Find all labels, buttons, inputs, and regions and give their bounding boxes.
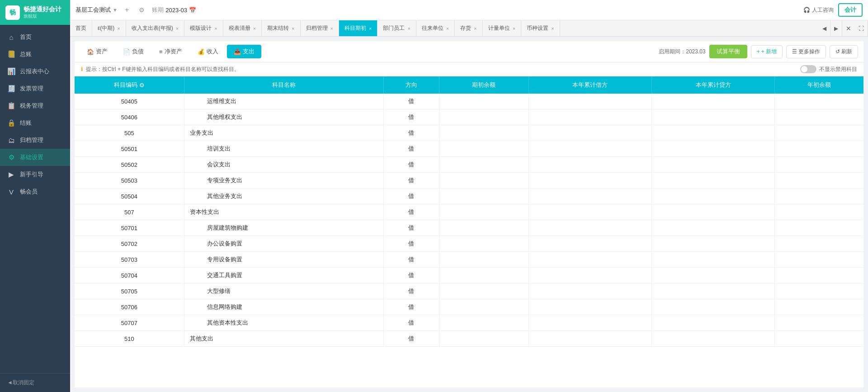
cell-ytd-credit-5 xyxy=(651,173,774,189)
tab-close-all-btn[interactable]: ✕ xyxy=(842,20,855,37)
table-row[interactable]: 50701 房屋建筑物购建 借 xyxy=(75,220,863,236)
sidebar-label-settings: 基础设置 xyxy=(20,153,43,161)
cat-label-liability: 负债 xyxy=(132,47,144,56)
tab-unit[interactable]: 计量单位× xyxy=(483,20,521,36)
sidebar-item-home[interactable]: ⌂ 首页 xyxy=(0,28,70,46)
toggle-label: 不显示禁用科目 xyxy=(819,66,857,73)
period-selector[interactable]: 账期 2023-03 📅 xyxy=(152,6,196,14)
tab-dept[interactable]: 部门员工× xyxy=(377,20,416,36)
period-label: 账期 xyxy=(152,6,164,14)
table-row[interactable]: 50706 信息网络购建 借 xyxy=(75,299,863,315)
tab-close-currency[interactable]: × xyxy=(551,26,554,31)
tab-close-unit[interactable]: × xyxy=(513,26,515,31)
table-row[interactable]: 50405 运维维支出 借 xyxy=(75,94,863,109)
col-ytd-debit: 本年累计借方 xyxy=(528,76,651,94)
toggle-switch[interactable] xyxy=(800,65,816,73)
sidebar-item-archive[interactable]: 🗂 归档管理 xyxy=(0,132,70,149)
cat-btn-asset[interactable]: 🏠 资产 xyxy=(80,45,114,58)
cell-ytd-credit-3 xyxy=(651,141,774,157)
cell-opening-8 xyxy=(439,220,529,236)
cell-opening-0 xyxy=(439,94,529,109)
cell-name-12: 大型修缮 xyxy=(184,283,383,299)
table-row[interactable]: 50501 培训支出 借 xyxy=(75,141,863,157)
table-row[interactable]: 50503 专项业务支出 借 xyxy=(75,173,863,189)
tab-close-partner[interactable]: × xyxy=(446,26,449,31)
tab-close-subject_init[interactable]: × xyxy=(369,26,372,31)
settings-gear-icon[interactable]: ⚙ xyxy=(136,5,147,14)
table-row[interactable]: 510 其他支出 借 xyxy=(75,331,863,347)
account-btn[interactable]: 会计 xyxy=(838,3,863,17)
sidebar-item-tax[interactable]: 📋 税务管理 xyxy=(0,97,70,114)
tab-close-bs[interactable]: × xyxy=(117,26,120,31)
tab-currency[interactable]: 币种设置× xyxy=(521,20,560,36)
table-row[interactable]: 505 业务支出 借 xyxy=(75,125,863,141)
table-row[interactable]: 50702 办公设备购置 借 xyxy=(75,236,863,252)
tab-taxclear[interactable]: 税表清册× xyxy=(223,20,262,36)
tab-label-income: 收入支出表(年报) xyxy=(132,24,173,32)
sidebar-item-ledger[interactable]: 📒 总账 xyxy=(0,46,70,63)
table-container: 科目编码 ⚙ 科目名称 方向 期初余额 本年累计借方 本年累计贷方 年初余额 5… xyxy=(75,76,863,387)
table-row[interactable]: 50406 其他维权支出 借 xyxy=(75,109,863,125)
sidebar-item-settings[interactable]: ⚙ 基础设置 xyxy=(0,149,70,166)
tab-close-archive[interactable]: × xyxy=(330,26,333,31)
period-value: 2023-03 xyxy=(165,7,187,14)
add-btn[interactable]: + + 新增 xyxy=(751,45,783,58)
tab-income[interactable]: 收入支出表(年报)× xyxy=(126,20,184,36)
sidebar-item-guide[interactable]: ▶ 新手引导 xyxy=(0,166,70,183)
tab-close-taxclear[interactable]: × xyxy=(253,26,256,31)
tab-next-btn[interactable]: ▶ xyxy=(830,20,842,37)
settings-icon: ⚙ xyxy=(7,153,15,161)
more-btn[interactable]: ☰ 更多操作 xyxy=(786,45,826,58)
tab-close-dept[interactable]: × xyxy=(407,26,410,31)
cell-code-3: 50501 xyxy=(75,141,184,157)
table-row[interactable]: 507 资本性支出 借 xyxy=(75,204,863,220)
cell-opening-1 xyxy=(439,109,529,125)
table-row[interactable]: 50707 其他资本性支出 借 xyxy=(75,315,863,331)
cell-opening-14 xyxy=(439,315,529,331)
tab-bs[interactable]: ε(中期)× xyxy=(92,20,126,36)
tab-period_end[interactable]: 期末结转× xyxy=(262,20,300,36)
tab-close-inventory[interactable]: × xyxy=(474,26,476,31)
settings-icon[interactable]: ⚙ xyxy=(139,82,145,89)
tab-archive[interactable]: 归档管理× xyxy=(301,20,339,36)
hint-toggle[interactable]: 不显示禁用科目 xyxy=(800,65,857,73)
balance-btn[interactable]: 试算平衡 xyxy=(709,45,747,58)
table-row[interactable]: 50502 会议支出 借 xyxy=(75,157,863,173)
tab-label-home: 首页 xyxy=(75,24,86,32)
cell-direction-12: 借 xyxy=(383,283,439,299)
support-btn[interactable]: 🎧 人工咨询 xyxy=(803,6,834,14)
tab-close-income[interactable]: × xyxy=(176,26,179,31)
cell-direction-4: 借 xyxy=(383,157,439,173)
sidebar-item-closing[interactable]: 🔒 结账 xyxy=(0,114,70,132)
tab-inventory[interactable]: 存货× xyxy=(455,20,482,36)
sidebar-item-member[interactable]: V 畅会员 xyxy=(0,183,70,200)
table-row[interactable]: 50704 交通工具购置 借 xyxy=(75,268,863,283)
cat-btn-equity[interactable]: ≡ 净资产 xyxy=(152,45,189,58)
tab-close-period_end[interactable]: × xyxy=(292,26,294,31)
tab-prev-btn[interactable]: ◀ xyxy=(819,20,830,37)
sidebar-item-reports[interactable]: 📊 云报表中心 xyxy=(0,63,70,80)
tab-home[interactable]: 首页 xyxy=(70,20,92,36)
cell-ytd-debit-12 xyxy=(528,283,651,299)
tab-subject_init[interactable]: 科目期初× xyxy=(339,20,377,36)
cell-name-6: 其他业务支出 xyxy=(184,189,383,204)
cell-direction-8: 借 xyxy=(383,220,439,236)
tab-close-template[interactable]: × xyxy=(214,26,217,31)
sidebar-item-invoice[interactable]: 🧾 发票管理 xyxy=(0,80,70,97)
refresh-btn[interactable]: ↺ 刷新 xyxy=(830,45,858,58)
add-tab-btn[interactable]: + xyxy=(122,5,132,15)
cat-btn-liability[interactable]: 📄 负债 xyxy=(116,45,151,58)
company-selector[interactable]: 基层工会测试 ▼ xyxy=(75,6,118,14)
table-row[interactable]: 50504 其他业务支出 借 xyxy=(75,189,863,204)
tab-partner[interactable]: 往来单位× xyxy=(416,20,455,36)
table-row[interactable]: 50703 专用设备购置 借 xyxy=(75,252,863,268)
table-row[interactable]: 50705 大型修缮 借 xyxy=(75,283,863,299)
cell-name-3: 培训支出 xyxy=(184,141,383,157)
tab-template[interactable]: 模版设计× xyxy=(184,20,223,36)
cat-btn-expense[interactable]: 📤 支出 xyxy=(227,45,261,58)
cat-btn-income[interactable]: 💰 收入 xyxy=(191,45,225,58)
cell-year-opening-5 xyxy=(775,173,863,189)
sidebar-collapse-btn[interactable]: ◄取消固定 xyxy=(0,373,70,392)
tab-expand-btn[interactable]: ⛶ xyxy=(855,20,868,37)
cat-label-equity: 净资产 xyxy=(165,47,182,56)
